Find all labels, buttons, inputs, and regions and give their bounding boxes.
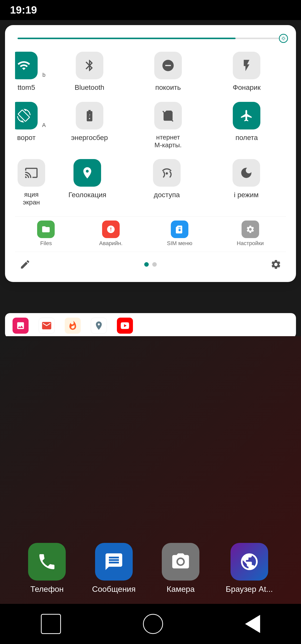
no-sim-toggle[interactable]: нтернетM-карты. [129,102,207,149]
dnd-icon [161,59,175,72]
status-bar: 19:19 [0,0,301,20]
gear-icon [270,259,281,270]
night-mode-icon [240,166,253,180]
airplane-icon [240,109,253,122]
brightness-row[interactable] [15,38,286,39]
status-time: 19:19 [10,4,37,16]
battery-saver-label: энергосбер [71,133,108,142]
battery-saver-icon [83,109,96,122]
panel-app-settings[interactable]: Настройки [237,221,264,247]
night-mode-toggle[interactable]: i режим [206,159,286,199]
camera-label: Камера [167,585,195,594]
camera-icon-bg [162,543,199,581]
brightness-fill [18,38,236,39]
rotate-a-indicator: A [38,102,50,129]
toggle-row-2: ворот A энергосбер нт [15,102,286,149]
emergency-label: Аварийн. [99,240,122,247]
phone-label: Телефон [30,585,64,594]
location-app-icon[interactable] [91,318,107,334]
toggle-row-1: ttom5 b Bluetooth покоить [15,52,286,92]
dnd-label: покоить [155,83,181,92]
panel-app-row: Files Аварийн. SIM меню [15,216,286,247]
panel-app-sim[interactable]: SIM меню [167,221,192,247]
geolocation-icon [81,166,94,180]
panel-dots [144,262,157,267]
rotate-icon [17,109,31,122]
sim-icon [175,225,184,234]
browser-icon-bg [231,543,268,581]
wifi-label: ttom5 [18,83,35,92]
camera-icon [171,552,191,572]
dock-browser[interactable]: Браузер At... [226,543,273,594]
airplane-toggle[interactable]: полета [207,102,286,142]
geolocation-icon-bg [73,159,101,187]
rotate-partial-item[interactable]: ворот [15,102,38,142]
app-bar [5,313,296,338]
dock-phone[interactable]: Телефон [28,543,66,594]
fire-app-icon[interactable] [65,318,81,334]
messages-icon [104,552,124,572]
svg-line-7 [282,40,282,40]
wifi-b-indicator: b [38,52,50,79]
brightness-icon [281,36,286,41]
panel-app-emergency[interactable]: Аварийн. [99,221,122,247]
dock-camera[interactable]: Камера [162,543,199,594]
dock-messages[interactable]: Сообщения [92,543,136,594]
files-icon-bg [37,221,55,238]
quick-settings-panel: ttom5 b Bluetooth покоить [5,25,296,282]
svg-point-0 [282,37,284,39]
brightness-track[interactable] [18,38,283,39]
dnd-toggle[interactable]: покоить [129,52,207,92]
flashlight-toggle[interactable]: Фонарик [207,52,286,92]
gmail-icon [41,320,52,331]
night-mode-label: i режим [234,191,258,199]
nav-back-button[interactable] [245,615,260,633]
phone-icon-bg [28,543,66,581]
messages-icon-bg [95,543,133,581]
no-sim-label: нтернетM-карты. [155,133,182,149]
youtube-app-icon[interactable] [117,318,133,334]
geolocation-label: Геолокация [68,191,106,199]
youtube-icon [120,321,130,331]
browser-label: Браузер At... [226,585,273,594]
settings-app-icon [246,225,255,234]
geolocation-toggle[interactable]: Геолокация [48,159,127,199]
hotspot-toggle[interactable]: доступа [127,159,207,199]
bluetooth-icon [83,59,96,72]
panel-bottom-bar [15,252,286,272]
brightness-thumb[interactable] [279,34,288,43]
emergency-icon [106,225,115,234]
gmail-app-icon[interactable] [39,318,55,334]
dock: Телефон Сообщения Камера Браузер At... [0,543,301,594]
toggle-row-3: яция экран Геолокация доступа [15,159,286,206]
panel-app-files[interactable]: Files [37,221,55,247]
cast-label: яция экран [15,191,48,206]
navigation-bar [0,604,301,644]
files-icon [41,225,50,234]
flashlight-label: Фонарик [233,83,261,92]
hotspot-label: доступа [154,191,180,199]
photos-app-icon[interactable] [13,318,29,334]
photos-icon [16,321,25,330]
no-sim-icon [161,109,175,122]
nav-home-button[interactable] [143,614,163,634]
battery-saver-toggle[interactable]: энергосбер [50,102,129,142]
flashlight-icon-bg [233,52,260,79]
messages-label: Сообщения [92,585,136,594]
svg-line-3 [282,37,282,37]
edit-button[interactable] [18,257,33,272]
fire-icon [68,321,78,331]
settings-button[interactable] [268,257,283,272]
svg-line-8 [285,37,285,37]
rotate-label: ворот [17,133,36,142]
airplane-icon-bg [233,102,260,129]
wifi-icon [17,59,31,72]
nav-recent-button[interactable] [41,614,61,634]
no-sim-icon-bg [154,102,182,129]
sim-label: SIM меню [167,240,192,247]
bluetooth-toggle[interactable]: Bluetooth [50,52,129,92]
bluetooth-label: Bluetooth [75,83,104,92]
cast-partial-item[interactable]: яция экран [15,159,48,206]
wifi-partial-item[interactable]: ttom5 [15,52,38,92]
location-icon [94,321,104,331]
